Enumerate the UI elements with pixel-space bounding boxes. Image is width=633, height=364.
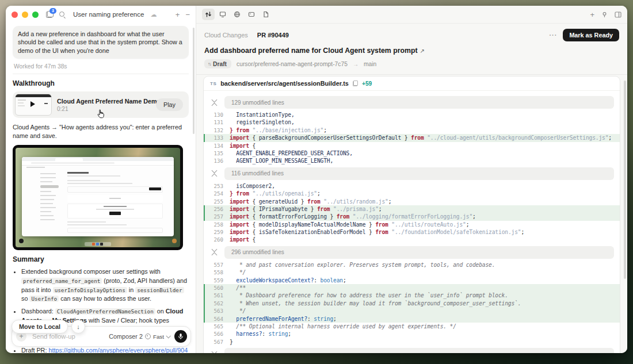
line-number: 564	[205, 315, 230, 323]
diff-line: 559 excludeWorkspaceContext?: boolean;	[204, 277, 620, 284]
follow-up-input[interactable]	[31, 332, 104, 340]
mic-button[interactable]	[174, 330, 187, 343]
minimize-button[interactable]	[22, 12, 28, 18]
diff-line: 136 AGENT_LOOP_MIN_MESSAGE_LENGTH,	[204, 157, 620, 164]
code-text: import {	[230, 142, 620, 150]
draft-status-badge[interactable]: ↑↓ Draft	[204, 59, 231, 68]
mini-content	[67, 172, 163, 235]
external-link-icon[interactable]: ↗	[420, 48, 425, 54]
media-icon[interactable]	[245, 9, 258, 20]
more-options-icon[interactable]: ···	[549, 32, 557, 39]
head-branch[interactable]: cursor/preferred-name-agent-prompt-7c75	[237, 61, 348, 67]
add-panel-icon[interactable]: +	[590, 10, 594, 19]
unmodified-lines-bar[interactable]: 296 unmodified lines	[224, 246, 614, 259]
decoration	[19, 239, 24, 243]
expand-up-icon[interactable]	[211, 102, 217, 108]
pin-icon[interactable]	[601, 12, 608, 18]
changes-icon[interactable]	[202, 9, 215, 20]
move-to-local-overlay: Move to Local ↓	[12, 320, 85, 334]
review-toolbar: +	[196, 6, 627, 24]
line-number: 134	[205, 142, 230, 150]
code-text: /**	[230, 284, 620, 292]
unmodified-lines-bar[interactable]: 129 unmodified lines	[224, 96, 614, 109]
globe-icon[interactable]	[231, 9, 243, 20]
code-text: AGENT_LOOP_MIN_MESSAGE_LENGTH,	[230, 157, 620, 164]
user-message: Add a new preference in dashboard for wh…	[13, 26, 189, 59]
sync-icon: ↑↓	[208, 62, 211, 67]
file-header[interactable]: TS backend/server/src/agent/sessionBuild…	[204, 76, 620, 91]
summary-bullet: Draft PR: https://github.com/anysphere/e…	[21, 346, 189, 353]
diff-line-added: 561 * Dashboard preference for how to ad…	[204, 292, 620, 299]
model-selector[interactable]: Composer 2 Fast	[109, 333, 170, 340]
tabs-icon[interactable]: 3	[46, 11, 54, 18]
inline-code: sessionBuilder	[135, 287, 184, 293]
text: can say how to address the user.	[59, 295, 151, 302]
diff-line: 130 InstantiationType,	[204, 111, 620, 118]
monitor-icon[interactable]	[216, 9, 229, 20]
summary-heading: Summary	[13, 255, 189, 263]
line-number: 559	[205, 277, 230, 284]
tab-pr-number[interactable]: PR #90449	[257, 32, 289, 39]
line-number: 563	[205, 307, 230, 315]
tab-cloud-changes[interactable]: Cloud Changes	[204, 32, 248, 39]
collapse-icon[interactable]: −	[185, 10, 190, 19]
copy-path-icon[interactable]	[353, 81, 358, 86]
download-icon[interactable]: ↓	[71, 320, 85, 334]
pr-header: Cloud Changes PR #90449 ··· Mark as Read…	[196, 24, 627, 74]
line-number: 567	[205, 338, 230, 346]
video-thumbnail[interactable]	[15, 94, 52, 116]
unmodified-lines-bar[interactable]	[224, 348, 614, 353]
new-tab-icon[interactable]: +	[176, 10, 180, 19]
code-text: import { parseBackgroundComposerUserSett…	[230, 134, 620, 141]
base-branch[interactable]: main	[364, 61, 376, 67]
code-text: } from "../utils/openai.js";	[230, 190, 620, 197]
line-number: 135	[205, 150, 230, 157]
unmodified-lines-bar[interactable]: 116 unmodified lines	[224, 167, 614, 180]
file-icon[interactable]	[260, 9, 272, 20]
line-number: 255	[205, 198, 230, 205]
zoom-button[interactable]	[32, 12, 39, 18]
sidebar-toggle-icon[interactable]	[615, 12, 621, 18]
text: Dashboard:	[21, 308, 55, 315]
diff-line: 134import {	[204, 142, 620, 150]
expand-up-icon[interactable]	[211, 174, 217, 179]
window-title: User naming preference	[73, 11, 144, 18]
right-scrollbar[interactable]	[624, 81, 626, 279]
text: so	[21, 295, 29, 302]
decoration	[172, 239, 177, 243]
diff-line-added: 563 */	[204, 307, 620, 315]
line-number: 257	[205, 213, 230, 220]
pr-title: Add dashboard preferred name for Cloud A…	[204, 47, 619, 55]
expand-down-icon[interactable]	[211, 348, 217, 353]
model-name: Composer 2	[109, 333, 143, 340]
diff-line: 260import {	[204, 236, 620, 243]
app-window: 3 User naming preference ☁ + − Add a new…	[6, 6, 627, 353]
code-text: import { modelDisplayNameToActualModelNa…	[230, 221, 620, 228]
text: Extended background composer user settin…	[21, 268, 161, 275]
diff-line: 255import { generateUuid } from "../util…	[204, 198, 620, 205]
code-text: harness?: string;	[230, 330, 620, 338]
diff-line: 258import { modelDisplayNameToActualMode…	[204, 221, 620, 228]
left-scrollbar[interactable]	[193, 28, 195, 134]
diff-line: 557 * and past conversation explorer. Pr…	[204, 261, 620, 269]
diff-line: 566 harness?: string;	[204, 330, 620, 338]
demo-screenshot	[13, 145, 183, 250]
close-button[interactable]	[12, 12, 18, 18]
diff-line: 131 registerSingleton,	[204, 118, 620, 126]
chat-panel: 3 User naming preference ☁ + − Add a new…	[6, 6, 196, 353]
text: in	[127, 286, 135, 293]
move-to-local-button[interactable]: Move to Local	[12, 320, 68, 334]
language-badge: TS	[210, 81, 216, 86]
expand-down-icon[interactable]	[211, 97, 217, 102]
chat-scroll-area[interactable]: Add a new preference in dashboard for wh…	[6, 23, 196, 353]
code-text: import { generateUuid } from "../utils/r…	[230, 198, 620, 205]
decoration	[26, 167, 45, 168]
demo-desktop	[16, 148, 180, 247]
diff-line: 253 isComposer2,	[204, 182, 620, 190]
diff-line: 135 AGENT_ENABLE_PREPENDED_USER_ACTIONS,	[204, 150, 620, 157]
play-button[interactable]: Play	[156, 98, 183, 111]
mark-as-ready-button[interactable]: Mark as Ready	[563, 29, 619, 41]
expand-up-icon[interactable]	[211, 252, 217, 258]
search-icon[interactable]	[59, 11, 66, 18]
line-number: 259	[205, 228, 230, 236]
